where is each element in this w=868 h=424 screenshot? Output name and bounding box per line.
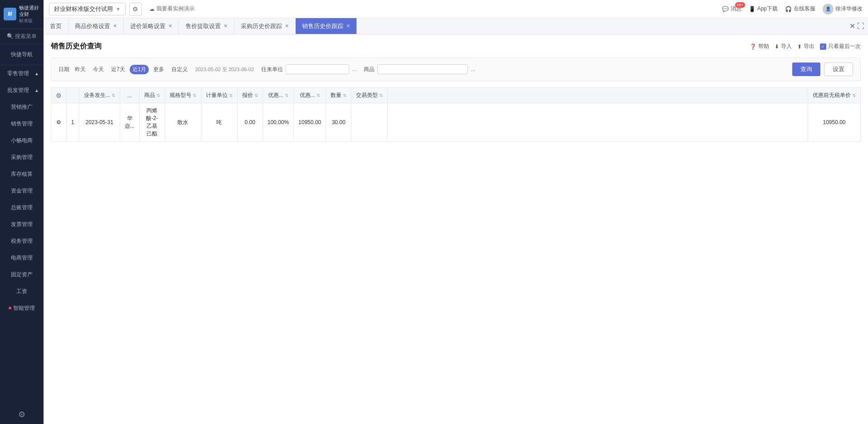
tab-label: 首页 bbox=[50, 22, 62, 30]
demo-link[interactable]: ☁ 我要看实例演示 bbox=[149, 5, 195, 13]
th-discount-pct[interactable]: 优惠... ⇅ bbox=[263, 88, 293, 103]
sidebar-item-marketing[interactable]: 营销推广 bbox=[0, 99, 44, 116]
date-option-custom[interactable]: 自定义 bbox=[169, 65, 190, 74]
date-option-yesterday[interactable]: 昨天 bbox=[72, 65, 88, 74]
tab-maximize-icon[interactable]: ⛶ bbox=[857, 22, 864, 30]
table-header: ⚙ 业务发生... ⇅ ... bbox=[51, 88, 861, 103]
app-download-label: App下载 bbox=[757, 5, 778, 13]
row-unit: 吨 bbox=[201, 103, 237, 142]
tab-sale-extract[interactable]: 售价提取设置 ✕ bbox=[179, 18, 234, 34]
help-button[interactable]: ❓ 帮助 bbox=[750, 43, 769, 50]
sidebar-item-wholesale[interactable]: 批发管理 ▲ bbox=[0, 82, 44, 99]
from-unit-input-group: ... bbox=[286, 64, 356, 74]
tab-close-icon[interactable]: ✕ bbox=[224, 23, 228, 29]
table-row: ⚙ 1 2023-05-31 华迩... 丙烯酸-2-乙基己酯 散水 吨 0.0… bbox=[51, 103, 861, 142]
sidebar-item-invoice[interactable]: 发票管理 bbox=[0, 216, 44, 233]
product-more-button[interactable]: ... bbox=[471, 66, 475, 72]
tab-home[interactable]: 首页 bbox=[44, 18, 68, 34]
from-unit-input[interactable] bbox=[286, 64, 349, 74]
date-options: 昨天 今天 近7天 近1月 更多 自定义 bbox=[72, 65, 190, 74]
th-product[interactable]: 商品 ⇅ bbox=[139, 88, 165, 103]
search-icon: 🔍 bbox=[7, 33, 14, 39]
date-option-last1m[interactable]: 近1月 bbox=[130, 65, 149, 74]
filter-actions: 查询 设置 bbox=[792, 63, 853, 76]
app-download-button[interactable]: 📱 App下载 bbox=[749, 5, 778, 13]
table-gear-icon[interactable]: ⚙ bbox=[56, 92, 62, 99]
th-label: 优惠... bbox=[268, 92, 283, 99]
sidebar-item-label: 资金管理 bbox=[11, 187, 33, 195]
th-spec[interactable]: 规格型号 ⇅ bbox=[165, 88, 201, 103]
sidebar-item-sales[interactable]: 销售管理 bbox=[0, 116, 44, 132]
sidebar-item-ecommerce[interactable]: 电商管理 bbox=[0, 250, 44, 266]
import-label: 导入 bbox=[781, 43, 792, 50]
sidebar-item-purchase[interactable]: 采购管理 bbox=[0, 149, 44, 166]
module-selector[interactable]: 好业财标准版交付试用 ▼ bbox=[49, 3, 126, 15]
sidebar-nav-shortcut: 快捷导航 bbox=[0, 44, 44, 65]
import-button[interactable]: ⬇ 导入 bbox=[775, 43, 792, 50]
product-input[interactable] bbox=[377, 64, 468, 74]
product-input-group: ... bbox=[377, 64, 475, 74]
sidebar-item-finance[interactable]: 资金管理 bbox=[0, 183, 44, 199]
row-gear[interactable]: ⚙ bbox=[51, 103, 67, 142]
sidebar-search[interactable]: 🔍 搜索菜单 bbox=[0, 29, 44, 44]
tab-close-icon[interactable]: ✕ bbox=[168, 23, 172, 29]
sidebar-item-label: 总账管理 bbox=[11, 204, 33, 212]
sidebar-item-retail[interactable]: 零售管理 ▲ bbox=[0, 65, 44, 82]
th-label: 优惠前无税单价 bbox=[813, 92, 851, 99]
th-quantity[interactable]: 数量 ⇅ bbox=[326, 88, 351, 103]
from-unit-more-button[interactable]: ... bbox=[352, 66, 356, 72]
th-discount-amt[interactable]: 优惠... ⇅ bbox=[294, 88, 326, 103]
sidebar-item-quick-nav[interactable]: 快捷导航 bbox=[0, 46, 44, 63]
export-button[interactable]: ⬆ 导出 bbox=[797, 43, 814, 50]
row-num: 1 bbox=[67, 103, 79, 142]
th-price[interactable]: 报价 ⇅ bbox=[237, 88, 263, 103]
sidebar-item-tax[interactable]: 税务管理 bbox=[0, 233, 44, 250]
tab-close-icon[interactable]: ✕ bbox=[113, 23, 117, 29]
module-gear-button[interactable]: ⚙ bbox=[129, 3, 142, 15]
sidebar-item-label: 电商管理 bbox=[11, 254, 33, 262]
sidebar-item-smart[interactable]: 智能管理 bbox=[0, 300, 44, 317]
sidebar-item-ecommerce-s[interactable]: 小畅电商 bbox=[0, 132, 44, 149]
tab-purchase-history[interactable]: 采购历史价跟踪 ✕ bbox=[234, 18, 296, 34]
filter-settings-button[interactable]: 设置 bbox=[824, 63, 853, 76]
sidebar-item-label: 小畅电商 bbox=[11, 137, 33, 145]
date-option-more[interactable]: 更多 bbox=[151, 65, 167, 74]
row-gear-icon[interactable]: ⚙ bbox=[56, 119, 61, 125]
tab-price[interactable]: 商品价格设置 ✕ bbox=[68, 18, 124, 34]
th-trans-type[interactable]: 交易类型 ⇅ bbox=[351, 88, 388, 103]
product-filter-group: 商品 ... bbox=[364, 64, 475, 74]
th-biz-date[interactable]: 业务发生... ⇅ bbox=[79, 88, 120, 103]
sidebar-item-assets[interactable]: 固定资产 bbox=[0, 266, 44, 283]
query-button[interactable]: 查询 bbox=[792, 63, 820, 76]
sidebar-item-salary[interactable]: 工资 bbox=[0, 283, 44, 300]
date-option-last7[interactable]: 近7天 bbox=[108, 65, 128, 74]
row-from-unit: 华迩... bbox=[120, 103, 139, 142]
page-title: 销售历史价查询 bbox=[51, 42, 102, 51]
chevron-icon: ▲ bbox=[34, 71, 39, 76]
from-unit-label: 往来单位 bbox=[261, 66, 283, 73]
notifications-button[interactable]: 💬 消息 99+ bbox=[722, 5, 741, 13]
module-name: 好业财标准版交付试用 bbox=[54, 5, 113, 13]
tab-label: 进价策略设置 bbox=[130, 22, 166, 30]
sidebar-settings-button[interactable]: ⚙ bbox=[0, 405, 44, 424]
tab-close-window-icon[interactable]: ✕ bbox=[849, 22, 855, 30]
tab-purchase-strategy[interactable]: 进价策略设置 ✕ bbox=[124, 18, 179, 34]
only-last-checkbox[interactable]: ✓ 只看最后一次 bbox=[820, 43, 861, 50]
date-option-today[interactable]: 今天 bbox=[90, 65, 107, 74]
chevron-down-icon: ▼ bbox=[116, 6, 121, 12]
tab-close-icon[interactable]: ✕ bbox=[285, 23, 289, 29]
sidebar-item-inventory[interactable]: 库存核算 bbox=[0, 166, 44, 183]
sidebar-menu: 零售管理 ▲ 批发管理 ▲ 营销推广 销售管理 小畅电商 采购管理 库存核算 资… bbox=[0, 65, 44, 317]
online-service-button[interactable]: 🎧 在线客服 bbox=[785, 5, 815, 13]
tab-close-icon[interactable]: ✕ bbox=[346, 23, 350, 29]
th-pretax-price[interactable]: 优惠前无税单价 ⇅ bbox=[808, 88, 861, 103]
sort-icon: ⇅ bbox=[229, 93, 233, 98]
th-more[interactable]: ... bbox=[120, 88, 139, 103]
th-unit[interactable]: 计量单位 ⇅ bbox=[201, 88, 237, 103]
sidebar-item-accounting[interactable]: 总账管理 bbox=[0, 199, 44, 216]
tab-sale-history[interactable]: 销售历史价跟踪 ✕ bbox=[296, 18, 357, 34]
tab-bar: 首页 商品价格设置 ✕ 进价策略设置 ✕ 售价提取设置 ✕ 采购历史价跟踪 ✕ … bbox=[44, 18, 868, 34]
th-gear[interactable]: ⚙ bbox=[51, 88, 67, 103]
user-info[interactable]: 👤 徐泽华修改 bbox=[823, 4, 863, 14]
sidebar-item-label: 采购管理 bbox=[11, 154, 33, 161]
